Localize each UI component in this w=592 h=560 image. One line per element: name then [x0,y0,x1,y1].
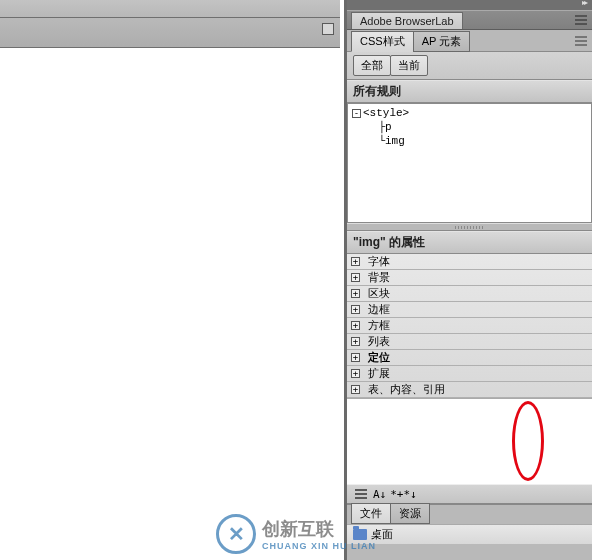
properties-list: +字体 +背景 +区块 +边框 +方框 +列表 +定位 +扩展 +表、内容、引用 [347,254,592,398]
panel-header: Adobe BrowserLab [347,10,592,30]
panel-dock-icon[interactable] [322,23,334,35]
left-tab-strip [0,18,340,48]
prop-row-list[interactable]: +列表 [347,334,592,350]
plus-icon[interactable]: + [351,305,360,314]
rules-tree[interactable]: -<style> ├p └img [347,103,592,223]
files-panel-tabs: 文件 资源 [347,504,592,524]
tab-assets[interactable]: 资源 [390,503,430,524]
desktop-label: 桌面 [371,527,393,542]
prop-row-border[interactable]: +边框 [347,302,592,318]
files-location-row[interactable]: 桌面 [347,524,592,544]
tree-row-p[interactable]: ├p [352,120,587,134]
minus-icon[interactable]: - [352,109,361,118]
prop-row-font[interactable]: +字体 [347,254,592,270]
prop-row-position[interactable]: +定位 [347,350,592,366]
mode-current-button[interactable]: 当前 [390,55,428,76]
mode-row: 全部 当前 [347,52,592,80]
document-canvas[interactable] [0,48,340,560]
mode-all-button[interactable]: 全部 [353,55,391,76]
prop-row-table[interactable]: +表、内容、引用 [347,382,592,398]
list-view-icon[interactable] [353,487,369,501]
tab-files[interactable]: 文件 [351,503,391,524]
prop-row-background[interactable]: +背景 [347,270,592,286]
right-panel: Adobe BrowserLab CSS样式 AP 元素 全部 当前 所有规则 … [344,0,592,560]
sort-relevance-button[interactable]: *+*↓ [390,488,417,501]
folder-icon [353,529,367,540]
subtabs-menu-icon[interactable] [574,36,588,46]
sort-az-button[interactable]: A↓ [373,488,386,501]
plus-icon[interactable]: + [351,289,360,298]
document-area [0,0,340,560]
panel-menu-icon[interactable] [574,15,588,25]
tree-row-style[interactable]: -<style> [352,106,587,120]
plus-icon[interactable]: + [351,385,360,394]
plus-icon[interactable]: + [351,273,360,282]
collapse-bar[interactable] [347,0,592,10]
tree-row-img[interactable]: └img [352,134,587,148]
property-values-area [347,398,592,484]
tab-ap-elements[interactable]: AP 元素 [413,31,471,52]
left-top-bar [0,0,340,18]
prop-row-box[interactable]: +方框 [347,318,592,334]
prop-row-block[interactable]: +区块 [347,286,592,302]
plus-icon[interactable]: + [351,321,360,330]
panel-title-tab[interactable]: Adobe BrowserLab [351,12,463,29]
splitter[interactable] [347,223,592,231]
red-annotation-oval [512,401,544,481]
css-toolbar: A↓ *+*↓ [347,484,592,504]
plus-icon[interactable]: + [351,257,360,266]
plus-icon[interactable]: + [351,369,360,378]
plus-icon[interactable]: + [351,337,360,346]
tab-css-styles[interactable]: CSS样式 [351,31,414,52]
properties-header: "img" 的属性 [347,231,592,254]
all-rules-header: 所有规则 [347,80,592,103]
subtabs: CSS样式 AP 元素 [347,30,592,52]
plus-icon[interactable]: + [351,353,360,362]
prop-row-extension[interactable]: +扩展 [347,366,592,382]
